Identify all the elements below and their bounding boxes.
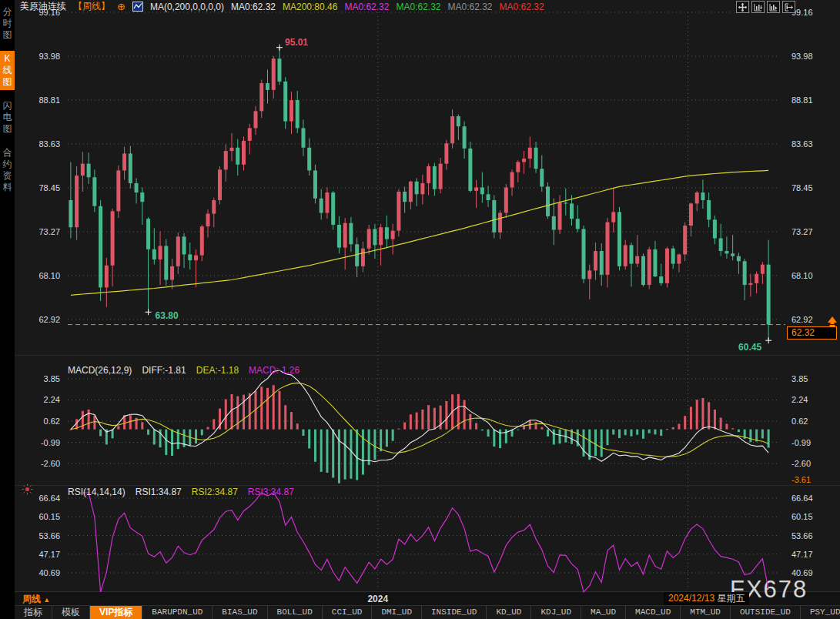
chart-svg: 99.1699.1693.9893.9888.8188.8183.6383.63… [0, 0, 840, 619]
circle-plus-icon[interactable]: ⊕ [117, 2, 125, 12]
svg-text:40.69: 40.69 [38, 568, 60, 577]
period-tag: 【周线】 [73, 0, 110, 13]
sidebar-item-candle-chart[interactable]: K线图 [0, 51, 15, 90]
red-beacon-icon[interactable] [22, 483, 33, 498]
svg-text:88.81: 88.81 [38, 95, 60, 105]
chart-canvas[interactable]: 99.1699.1693.9893.9888.8188.8183.6383.63… [0, 0, 840, 619]
ma-settings-label: MA(0,200,0,0,0,0) [150, 2, 224, 12]
rsi-label-row: RSI(14,14,14) RSI1:34.87 RSI2:34.87 RSI3… [68, 487, 294, 497]
svg-text:-2.60: -2.60 [791, 459, 811, 468]
ma200-value: MA200:80.46 [283, 2, 337, 12]
rsi1-value: RSI1:34.87 [136, 487, 182, 497]
mini-chart-icon[interactable] [132, 2, 143, 12]
svg-text:-2.60: -2.60 [41, 459, 60, 468]
triangle-up-icon: ▲ [43, 596, 50, 604]
svg-text:47.17: 47.17 [38, 550, 60, 559]
price-up-arrow-icon [826, 316, 838, 330]
macd-hist-value: MACD:-1.26 [249, 365, 300, 376]
cursor-weekday-label: 星期五 [717, 593, 745, 604]
svg-text:62.92: 62.92 [38, 315, 60, 324]
svg-text:63.80: 63.80 [156, 310, 179, 321]
sidebar-item-flash-chart[interactable]: 闪电图 [0, 98, 15, 137]
svg-text:95.01: 95.01 [285, 37, 308, 48]
pane-play-icon[interactable] [767, 1, 780, 13]
sidebar-item-contract-info[interactable]: 合约资料 [0, 145, 15, 196]
rsi-title: RSI(14,14,14) [68, 487, 125, 497]
charting-app: 分时图 K线图 闪电图 合约资料 99.1699.1693.9893.9888.… [0, 0, 840, 619]
svg-text:60.15: 60.15 [791, 512, 813, 521]
svg-text:83.63: 83.63 [38, 139, 60, 149]
pane-down-icon[interactable] [751, 1, 765, 13]
sidebar-item-time-chart[interactable]: 分时图 [0, 4, 15, 43]
svg-text:66.64: 66.64 [38, 494, 60, 503]
svg-text:0.62: 0.62 [791, 417, 808, 426]
svg-text:68.10: 68.10 [791, 271, 813, 280]
ma-value-5: MA0:62.32 [448, 2, 493, 12]
svg-text:60.15: 60.15 [38, 512, 60, 521]
svg-text:-0.99: -0.99 [41, 438, 60, 447]
cursor-date: 2024/12/13 [668, 593, 715, 604]
svg-text:68.10: 68.10 [38, 271, 60, 280]
macd-label-row: MACD(26,12,9) DIFF:-1.81 DEA:-1.18 MACD:… [68, 365, 300, 376]
svg-text:62.92: 62.92 [791, 315, 813, 324]
svg-text:3.85: 3.85 [44, 374, 60, 383]
svg-text:78.45: 78.45 [791, 183, 813, 192]
svg-text:53.66: 53.66 [791, 531, 813, 540]
period-selector[interactable]: 周线 ▲ [22, 593, 50, 606]
svg-text:-3.61: -3.61 [791, 475, 811, 484]
svg-text:47.17: 47.17 [791, 550, 813, 559]
svg-text:40.69: 40.69 [791, 568, 813, 577]
svg-text:2024: 2024 [367, 594, 388, 604]
macd-title: MACD(26,12,9) [68, 365, 132, 376]
ma-value-4: MA0:62.32 [396, 2, 440, 12]
svg-text:73.27: 73.27 [38, 227, 60, 236]
symbol-name: 美原油连续 [20, 0, 66, 13]
svg-text:93.98: 93.98 [38, 52, 60, 61]
svg-text:83.63: 83.63 [791, 139, 813, 149]
svg-text:-0.99: -0.99 [791, 438, 811, 447]
svg-text:60.45: 60.45 [738, 342, 761, 353]
svg-text:0.62: 0.62 [44, 417, 60, 426]
ma0-value: MA0:62.32 [231, 2, 276, 12]
period-label: 周线 [22, 594, 41, 604]
svg-text:78.45: 78.45 [38, 183, 60, 192]
ma-value-6: MA0:62.32 [500, 2, 544, 12]
macd-diff-value: DIFF:-1.81 [142, 365, 186, 376]
chart-toolbar [736, 1, 795, 13]
svg-text:3.85: 3.85 [791, 374, 808, 383]
pan-move-icon[interactable] [736, 1, 749, 13]
pane-export-icon[interactable] [782, 1, 795, 13]
ma-value-3: MA0:62.32 [344, 2, 389, 12]
svg-text:88.81: 88.81 [791, 95, 813, 105]
svg-text:66.64: 66.64 [791, 494, 813, 503]
rsi2-value: RSI2:34.87 [192, 487, 238, 497]
svg-text:73.27: 73.27 [791, 227, 813, 236]
svg-text:2.24: 2.24 [791, 395, 808, 404]
svg-text:93.98: 93.98 [791, 52, 813, 61]
svg-text:2.24: 2.24 [44, 395, 60, 404]
rsi3-value: RSI3:34.87 [248, 487, 294, 497]
chart-header: 美原油连续 【周线】 ⊕ MA(0,200,0,0,0,0) MA0:62.32… [20, 1, 544, 12]
macd-dea-value: DEA:-1.18 [196, 365, 239, 376]
sidebar: 分时图 K线图 闪电图 合约资料 [0, 0, 15, 619]
svg-text:53.66: 53.66 [38, 531, 60, 540]
cursor-date-box: 2024/12/13 星期五 [664, 592, 749, 605]
